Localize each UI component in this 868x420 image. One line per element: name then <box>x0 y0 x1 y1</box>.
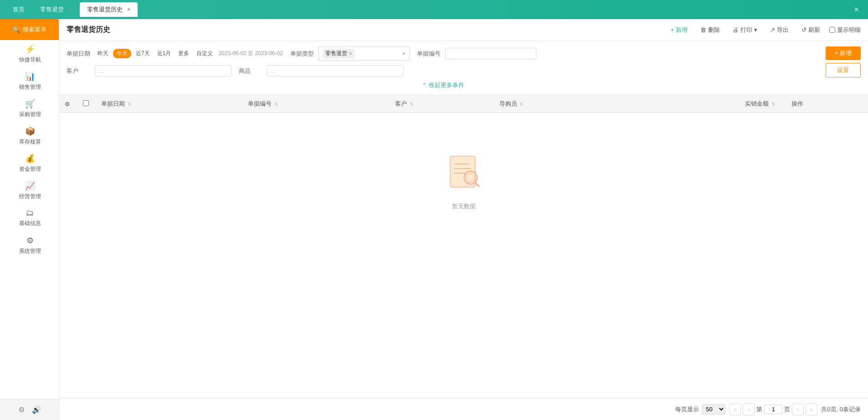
select-all-checkbox[interactable] <box>83 100 89 106</box>
print-chevron-icon: ▾ <box>754 26 757 33</box>
col-amount-sort[interactable]: ⇅ <box>771 102 775 107</box>
date-range-display: 2023-06-02 至 2023-06-02 <box>218 50 282 57</box>
page-first-btn[interactable]: « <box>729 404 741 415</box>
print-button-label: 打印 <box>740 26 752 34</box>
type-tag-remove[interactable]: × <box>349 51 352 57</box>
page-prev-btn[interactable]: ‹ <box>743 404 755 415</box>
sidebar-item-operations[interactable]: 📈 经营管理 <box>0 177 59 204</box>
display-detail-checkbox[interactable] <box>829 27 835 33</box>
filter-customer-item: 客户 ... <box>67 65 231 77</box>
print-button[interactable]: 🖨 打印 ▾ <box>729 24 761 36</box>
type-tag: 零售退货 × <box>323 49 355 58</box>
svg-point-5 <box>467 174 475 182</box>
page-title: 零售退货历史 <box>67 25 110 35</box>
tab-retail-return-label: 零售退货 <box>40 5 64 14</box>
sidebar-item-system[interactable]: ⚙ 系统管理 <box>0 231 59 259</box>
sidebar-item-purchase-label: 采购管理 <box>19 111 41 118</box>
per-page-select[interactable]: 10 20 50 100 <box>702 404 725 415</box>
sidebar-item-sales[interactable]: 📊 销售管理 <box>0 67 59 95</box>
collapse-up-icon: ⌃ <box>422 82 427 89</box>
col-action-label: 操作 <box>791 100 803 107</box>
empty-text: 暂无数据 <box>452 202 476 210</box>
header-actions: + 新增 🗑 删除 🖨 打印 ▾ ↗ 导出 <box>667 24 861 36</box>
collapse-filter-label: 收起更多条件 <box>429 81 464 89</box>
collapse-filter-button[interactable]: ⌃ 收起更多条件 <box>422 81 464 89</box>
date-custom-btn[interactable]: 自定义 <box>194 49 216 58</box>
date-yesterday-btn[interactable]: 昨天 <box>95 49 111 58</box>
inventory-icon: 📦 <box>25 126 35 136</box>
display-detail-label: 显示明细 <box>837 26 861 34</box>
tab-home[interactable]: 首页 <box>5 2 32 17</box>
quick-nav-icon: ⚡ <box>25 44 35 54</box>
col-customer-sort[interactable]: ⇅ <box>410 102 413 107</box>
sidebar-item-finance[interactable]: 💰 资金管理 <box>0 149 59 177</box>
col-date-sort[interactable]: ⇅ <box>128 102 131 107</box>
page-last-btn[interactable]: » <box>806 404 817 415</box>
content-area: 零售退货历史 + 新增 🗑 删除 🖨 打印 ▾ ↗ <box>59 19 868 420</box>
export-button[interactable]: ↗ 导出 <box>766 24 792 36</box>
date-7days-btn[interactable]: 近7天 <box>133 49 153 58</box>
page-number-input[interactable]: 1 <box>764 405 782 414</box>
settings-footer-icon[interactable]: ⚙ <box>18 405 25 414</box>
delete-button-label: 删除 <box>708 26 720 34</box>
date-filter-label: 单据日期 <box>67 50 92 58</box>
app-close-button[interactable]: × <box>850 5 863 15</box>
goods-placeholder: ... <box>271 67 276 74</box>
col-guide-sort[interactable]: ⇅ <box>519 102 523 107</box>
date-more-btn[interactable]: 更多 <box>175 49 192 58</box>
purchase-icon: 🛒 <box>25 99 35 109</box>
sidebar: 🔍 搜索菜单 ⚡ 快捷导航 📊 销售管理 🛒 采购管理 📦 库 <box>0 19 59 420</box>
query-button[interactable]: + 新增 <box>826 46 861 60</box>
filter-settings-button[interactable]: 设置 <box>826 63 861 77</box>
date-1month-btn[interactable]: 近1月 <box>154 49 174 58</box>
sidebar-nav: ⚡ 快捷导航 📊 销售管理 🛒 采购管理 📦 库存核算 💰 资金管理 <box>0 40 59 399</box>
sidebar-item-inventory[interactable]: 📦 库存核算 <box>0 122 59 149</box>
new-button[interactable]: + 新增 <box>667 24 691 36</box>
page-label: 第 <box>756 405 762 414</box>
type-filter-label: 单据类型 <box>290 50 316 58</box>
page-next-btn[interactable]: › <box>792 404 804 415</box>
page-summary: 共0页, 0条记录 <box>821 405 861 414</box>
type-select-dropdown[interactable]: 零售退货 × ▾ <box>318 46 410 61</box>
refresh-button[interactable]: ↺ 刷新 <box>798 24 824 36</box>
date-today-btn[interactable]: 今天 <box>113 49 131 58</box>
table-settings-icon[interactable]: ⚙ <box>65 101 70 108</box>
tab-retail-return-history-close[interactable]: × <box>127 6 130 13</box>
col-guide: 导购员 ⇅ <box>494 95 620 113</box>
col-guide-label: 导购员 <box>499 100 517 107</box>
tab-retail-return[interactable]: 零售退货 × <box>33 2 79 17</box>
goods-filter-label: 商品 <box>239 67 264 75</box>
tab-retail-return-history[interactable]: 零售退货历史 × <box>80 2 138 17</box>
tab-retail-return-close[interactable]: × <box>68 6 72 13</box>
sidebar-item-quick-nav[interactable]: ⚡ 快捷导航 <box>0 40 59 67</box>
sidebar-item-operations-label: 经营管理 <box>19 193 41 200</box>
audio-footer-icon[interactable]: 🔊 <box>32 405 41 414</box>
sales-icon: 📊 <box>25 72 35 82</box>
delete-button[interactable]: 🗑 删除 <box>697 24 724 36</box>
sidebar-item-basic-info-label: 基础信息 <box>19 220 41 227</box>
filter-query-col: + 新增 设置 <box>820 46 861 89</box>
data-table: ⚙ 单据日期 ⇅ 单据编号 ⇅ <box>59 95 868 113</box>
goods-input[interactable]: ... <box>267 65 404 77</box>
search-menu-button[interactable]: 🔍 搜索菜单 <box>0 19 59 40</box>
main-layout: 🔍 搜索菜单 ⚡ 快捷导航 📊 销售管理 🛒 采购管理 📦 库 <box>0 19 868 420</box>
col-action: 操作 <box>786 95 868 113</box>
docnum-filter-label: 单据编号 <box>417 50 442 58</box>
search-icon: 🔍 <box>13 26 20 33</box>
type-tag-label: 零售退货 <box>325 50 347 57</box>
page-input-group: 第 1 页 <box>756 405 790 414</box>
docnum-input[interactable] <box>445 48 536 59</box>
sidebar-item-basic-info[interactable]: 🗂 基础信息 <box>0 204 59 231</box>
tab-home-label: 首页 <box>13 5 25 14</box>
sidebar-item-purchase[interactable]: 🛒 采购管理 <box>0 95 59 122</box>
page-nav: « ‹ 第 1 页 › » <box>729 404 817 415</box>
customer-filter-label: 客户 <box>67 67 92 75</box>
date-filter-buttons: 昨天 今天 近7天 近1月 更多 自定义 <box>95 49 216 58</box>
export-icon: ↗ <box>770 26 775 33</box>
customer-input[interactable]: ... <box>95 65 231 77</box>
col-docnum-sort[interactable]: ⇅ <box>274 102 278 107</box>
print-icon: 🖨 <box>733 26 739 33</box>
col-date-label: 单据日期 <box>101 100 125 107</box>
basic-info-icon: 🗂 <box>26 208 34 218</box>
table-header-row: ⚙ 单据日期 ⇅ 单据编号 ⇅ <box>59 95 868 113</box>
